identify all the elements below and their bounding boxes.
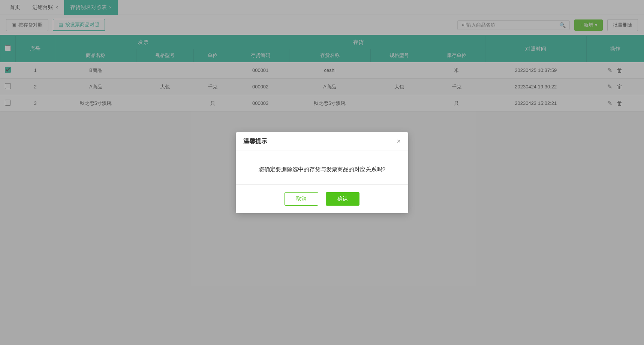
dialog-overlay: 温馨提示 × 您确定要删除选中的存货与发票商品的对应关系吗? 取消 确认 — [0, 0, 644, 112]
